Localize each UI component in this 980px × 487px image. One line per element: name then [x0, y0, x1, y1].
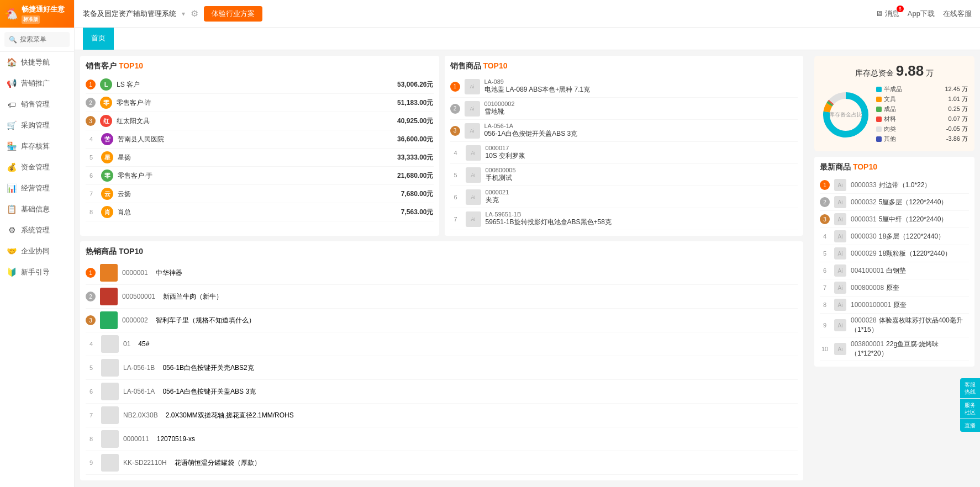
- search-menu-button[interactable]: 🔍 搜索菜单: [4, 32, 70, 47]
- product-image: Ai: [834, 299, 846, 311]
- list-item: 6 LA-056-1A 056-1A白色按键开关盖ABS 3克: [86, 380, 798, 404]
- product-name: 2.0X30MM双搓花轴,搓花直径2.1MM/ROHS: [166, 411, 294, 420]
- product-code: 0000017: [486, 145, 798, 151]
- message-badge[interactable]: 🖥 消息 6: [876, 9, 899, 19]
- sidebar-item-operations[interactable]: 📊 经营管理: [0, 178, 74, 199]
- product-image: [101, 406, 119, 424]
- sidebar-logo: 🐔 畅捷通好生意 标准版: [0, 0, 74, 28]
- avatar: 苦: [101, 133, 113, 145]
- sidebar-item-collab[interactable]: 🤝 企业协同: [0, 241, 74, 262]
- product-image: Ai: [834, 230, 846, 242]
- rank-number: 1: [450, 82, 460, 92]
- table-row: 2 零 零售客户·许 51,183.00元: [86, 94, 434, 112]
- legend-value: 12.45 万: [945, 85, 968, 93]
- product-name: 原奎: [893, 301, 907, 309]
- product-image: Ai: [465, 79, 480, 94]
- avatar: 肖: [101, 206, 113, 218]
- product-image: Ai: [834, 282, 846, 294]
- top-customers-top-label: TOP10: [119, 61, 143, 70]
- float-buttons: 客服热线 服务社区 直播: [960, 378, 980, 432]
- table-row: 6 零 零售客户·于 21,680.00元: [86, 167, 434, 185]
- list-item: 4 Ai 000003018多层（1220*2440）: [820, 228, 969, 245]
- float-btn-community[interactable]: 服务社区: [960, 399, 980, 419]
- product-image: Ai: [834, 213, 846, 225]
- app-download-link[interactable]: App下载: [908, 9, 935, 19]
- sidebar-item-sales[interactable]: 🏷 销售管理: [0, 94, 74, 115]
- legend-item: 其他 -3.86 万: [876, 135, 968, 143]
- product-info: 001000002 雪地靴: [484, 100, 798, 117]
- newest-top-label: TOP10: [853, 162, 877, 171]
- list-item: 1 0000001 中华神器: [86, 261, 798, 285]
- product-image: [101, 359, 119, 377]
- rank-number: 7: [450, 216, 461, 223]
- rank-number: 4: [820, 233, 830, 240]
- online-service-link[interactable]: 在线客服: [943, 9, 972, 19]
- legend-item: 成品 0.25 万: [876, 105, 968, 113]
- product-image: Ai: [465, 101, 480, 117]
- sidebar-item-purchase[interactable]: 🛒 采购管理: [0, 115, 74, 136]
- table-row: 3 红 红太阳文具 40,925.00元: [86, 112, 434, 130]
- product-info: 000800008原奎: [851, 283, 969, 293]
- sidebar-item-guide[interactable]: 🔰 新手引导: [0, 262, 74, 283]
- sidebar-item-home[interactable]: 🏠 快捷导航: [0, 52, 74, 73]
- finance-icon: 💰: [7, 162, 17, 172]
- rank-number: 1: [86, 268, 96, 278]
- settings-icon[interactable]: ⚙: [191, 8, 198, 19]
- list-item: 3 0000002 智利车子里（规格不知道填什么）: [86, 309, 798, 332]
- sidebar-search-area[interactable]: 🔍 搜索菜单: [0, 28, 74, 52]
- float-btn-service[interactable]: 客服热线: [960, 378, 980, 398]
- sidebar-item-finance[interactable]: 💰 资金管理: [0, 157, 74, 178]
- sidebar-item-system[interactable]: ⚙ 系统管理: [0, 220, 74, 241]
- list-item: 3 Ai 00000315厘中纤（1220*2440）: [820, 211, 969, 228]
- product-image: [101, 454, 119, 472]
- product-image: [100, 288, 118, 305]
- product-image: Ai: [834, 343, 846, 355]
- inventory-unit: 万: [926, 68, 934, 77]
- product-name: 手机测试: [486, 173, 798, 183]
- tab-home[interactable]: 首页: [83, 28, 114, 50]
- product-info: 0000028体验嘉枚味苏打饮品400毫升（1*15）: [851, 316, 969, 335]
- list-item: 2 Ai 00000325厘多层（1220*2440）: [820, 194, 969, 211]
- list-item: 7 Ai 000800008原奎: [820, 279, 969, 297]
- rank-number: 1: [86, 80, 96, 89]
- list-item: 7 NB2.0X30B 2.0X30MM双搓花轴,搓花直径2.1MM/ROHS: [86, 404, 798, 427]
- list-item: 4 01 45#: [86, 332, 798, 356]
- list-item: 8 Ai 10000100001原奎: [820, 297, 969, 314]
- product-name: 056-1A白色按键开关盖ABS 3克: [162, 387, 256, 396]
- search-icon: 🔍: [9, 36, 17, 44]
- rank-number: 3: [450, 126, 460, 136]
- list-item: 5 Ai 000002918颗粒板（1220*2440）: [820, 245, 969, 262]
- product-info: 000800005 手机测试: [486, 167, 798, 183]
- sidebar-item-label: 基础信息: [21, 204, 50, 214]
- sidebar-item-inventory[interactable]: 🏪 库存核算: [0, 136, 74, 157]
- table-row: 1 L LS 客户 53,006.26元: [86, 76, 434, 94]
- product-code: 003800001: [851, 340, 884, 348]
- sidebar-item-marketing[interactable]: 📢 营销推广: [0, 73, 74, 94]
- product-info: LA-59651-1B 59651-1B旋转投影灯电池盒ABS黑色+58克: [486, 211, 798, 227]
- list-item: 9 KK-SD22110H 花语萌恒温分罐罐袋（厚款）: [86, 451, 798, 475]
- customer-amount: 33,333.00元: [397, 153, 433, 162]
- content-grid: 销售客户 TOP10 1 L LS 客户 53,006.26元 2: [75, 50, 980, 487]
- sidebar: 🐔 畅捷通好生意 标准版 🔍 搜索菜单 🏠 快捷导航 📢 营销推广 🏷 销售管理…: [0, 0, 75, 487]
- rank-number: 4: [450, 150, 461, 156]
- page-content: 首页 销售客户 TOP10 1 L: [75, 28, 980, 487]
- table-row: 3 Ai LA-056-1A 056-1A白色按键开关盖ABS 3克: [450, 120, 798, 142]
- trial-button[interactable]: 体验行业方案: [204, 6, 262, 22]
- marketing-icon: 📢: [7, 78, 17, 88]
- dropdown-arrow-icon[interactable]: ▾: [182, 10, 185, 18]
- products-rank-list: 1 Ai LA-089 电池盖 LA-089 ABS本色+黑种 7.1克 2 A…: [450, 76, 798, 230]
- legend-name: 材料: [884, 115, 949, 123]
- home-icon: 🏠: [7, 57, 17, 67]
- product-code: 0000033: [851, 181, 877, 189]
- rank-number: 7: [86, 190, 97, 197]
- float-btn-live[interactable]: 直播: [960, 419, 980, 432]
- product-code: 0000021: [486, 189, 798, 195]
- product-info: 0000033封边带（1.0*22）: [851, 181, 969, 190]
- customer-amount: 36,600.00元: [397, 135, 433, 144]
- list-item: 9 Ai 0000028体验嘉枚味苏打饮品400毫升（1*15）: [820, 314, 969, 337]
- list-item: 2 000500001 新西兰牛肉（新牛）: [86, 285, 798, 309]
- product-name: 原奎: [886, 284, 899, 292]
- product-image: Ai: [834, 179, 846, 191]
- sidebar-item-basic-info[interactable]: 📋 基础信息: [0, 199, 74, 220]
- inventory-total: 库存总资金 9.88 万: [821, 62, 968, 80]
